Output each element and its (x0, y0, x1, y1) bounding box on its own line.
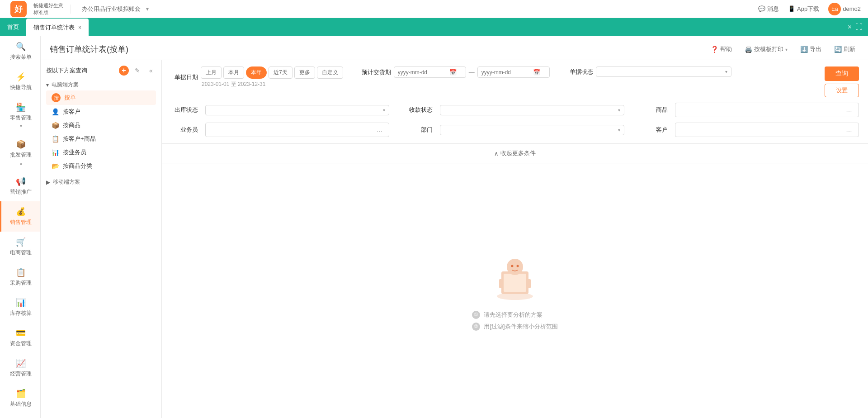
sidebar-item-wholesale[interactable]: 📦 批发管理 ▴ (0, 134, 40, 171)
goods-more-icon[interactable]: … (843, 105, 855, 114)
department-label: 部门 (406, 126, 433, 134)
filter-row-3: 业务员 … 部门 ▾ 客户 … (171, 123, 859, 137)
top-bar-left: 好 畅捷通好生意 标准版 办公用品行业模拟账套 ▾ (7, 1, 149, 17)
doc-status-select[interactable]: ▾ (596, 66, 731, 77)
tab-close-icon[interactable]: × (78, 24, 81, 31)
message-button[interactable]: 💬 消息 (758, 5, 779, 13)
sidebar-item-purchase[interactable]: 📋 采购管理 (0, 262, 40, 292)
sidebar-item-retail[interactable]: 🏪 零售管理 ▾ (0, 97, 40, 134)
sidebar-item-marketing[interactable]: 📢 营销推广 (0, 171, 40, 201)
calendar-icon-1: 📅 (449, 69, 457, 76)
mobile-scheme-section[interactable]: ▶ 移动端方案 (41, 176, 161, 188)
sidebar-item-sales[interactable]: 💰 销售管理 (0, 201, 40, 232)
sidebar-item-ecommerce[interactable]: 🛒 电商管理 (0, 232, 40, 262)
panel-header: 按以下方案查询 + ✎ « (41, 66, 161, 79)
app-download-button[interactable]: 📱 App下载 (788, 5, 819, 13)
refresh-button[interactable]: 🔄 刷新 (830, 43, 859, 55)
doc-status-label: 单据状态 (566, 68, 593, 76)
logo-text: 畅捷通好生意 标准版 (33, 2, 63, 15)
expected-delivery-label: 预计交货期 (359, 68, 391, 76)
svg-point-3 (507, 259, 523, 275)
department-select[interactable]: ▾ (440, 125, 624, 135)
app-title-dropdown[interactable]: ▾ (146, 6, 149, 12)
shipment-status-select[interactable]: ▾ (205, 105, 389, 115)
sidebar-item-system[interactable]: ⚙️ 系统管理 (0, 413, 40, 418)
custom-date-btn[interactable]: 自定义 (317, 66, 343, 79)
date-range-text: 2023-01-01 至 2023-12-31 (201, 81, 343, 88)
salesman-label: 业务员 (171, 126, 198, 134)
operations-icon: 📈 (16, 358, 26, 368)
tip-num-2: ② (472, 323, 480, 331)
help-button[interactable]: ❓ 帮助 (707, 43, 736, 55)
panel-header-icons: + ✎ « (119, 66, 156, 76)
scheme-item-by-order[interactable]: 按 按单 (46, 90, 156, 105)
tab-home[interactable]: 首页 (0, 18, 26, 36)
scheme-item-by-customer[interactable]: 👤 按客户 (46, 105, 156, 119)
empty-tip-2: ② 用[过滤]条件来缩小分析范围 (472, 323, 557, 331)
sidebar-search[interactable]: 🔍 搜索菜单 (0, 36, 40, 66)
export-button[interactable]: ⬇️ 导出 (797, 43, 825, 55)
date-separator: — (469, 69, 475, 76)
customer-control[interactable]: … (675, 123, 859, 137)
top-bar-right: 💬 消息 📱 App下载 Ea demo2 (758, 3, 861, 15)
goods-scheme-icon: 📦 (52, 122, 59, 129)
expected-delivery-end[interactable]: 📅 (477, 66, 550, 78)
retail-expand-icon: ▾ (20, 124, 22, 128)
finance-icon: 💳 (16, 328, 26, 338)
salesman-scheme-icon: 📊 (52, 149, 59, 156)
calendar-icon-2: 📅 (533, 69, 540, 76)
goods-control[interactable]: … (675, 103, 859, 117)
department-arrow: ▾ (618, 128, 620, 133)
salesman-control[interactable]: … (205, 123, 389, 137)
template-print-button[interactable]: 🖨️ 按模板打印 ▾ (741, 43, 791, 55)
tip-num-1: ① (472, 311, 480, 319)
maximize-button[interactable]: ⛶ (855, 23, 863, 31)
ecommerce-icon: 🛒 (16, 237, 26, 247)
settings-button[interactable]: 设置 (825, 84, 859, 97)
this-month-btn[interactable]: 本月 (223, 66, 244, 79)
shipment-arrow: ▾ (383, 108, 385, 113)
scheme-item-by-salesman[interactable]: 📊 按业务员 (46, 146, 156, 159)
page-header: 销售订单统计表(按单) ❓ 帮助 🖨️ 按模板打印 ▾ ⬇️ 导出 🔄 刷新 (41, 36, 868, 60)
scheme-item-by-goods-category[interactable]: 📂 按商品分类 (46, 159, 156, 173)
customer-label: 客户 (641, 126, 668, 134)
add-scheme-button[interactable]: + (119, 66, 129, 76)
collapse-bar: ∧ 收起更多条件 (162, 144, 868, 163)
tab-sales-order-stats[interactable]: 销售订单统计表 × (26, 19, 89, 37)
sidebar-quicknav[interactable]: ⚡ 快捷导航 (0, 66, 40, 97)
query-button[interactable]: 查询 (825, 66, 859, 81)
expected-delivery-start[interactable]: 📅 (394, 66, 466, 78)
content-area: 销售订单统计表(按单) ❓ 帮助 🖨️ 按模板打印 ▾ ⬇️ 导出 🔄 刷新 (41, 36, 868, 418)
svg-point-5 (517, 265, 519, 267)
empty-tips: ① 请先选择要分析的方案 ② 用[过滤]条件来缩小分析范围 (472, 311, 557, 331)
collapse-panel-button[interactable]: « (146, 66, 156, 76)
scheme-item-by-customer-goods[interactable]: 📋 按客户+商品 (46, 132, 156, 146)
this-year-btn[interactable]: 本年 (246, 66, 267, 79)
sidebar-item-basic[interactable]: 🗂️ 基础信息 (0, 383, 40, 413)
print-dropdown-icon[interactable]: ▾ (785, 47, 788, 52)
expected-delivery-start-input[interactable] (398, 69, 448, 76)
user-menu[interactable]: Ea demo2 (828, 3, 861, 15)
customer-scheme-icon: 👤 (52, 108, 59, 115)
date-filter-group: 单据日期 上月 本月 本年 近7天 更多 自定义 20 (171, 66, 343, 88)
sidebar-item-finance[interactable]: 💳 资金管理 (0, 323, 40, 353)
payment-status-select[interactable]: ▾ (440, 105, 624, 115)
wholesale-icon: 📦 (16, 139, 26, 149)
customer-more-icon[interactable]: … (843, 125, 855, 134)
last-month-btn[interactable]: 上月 (201, 66, 222, 79)
more-date-btn[interactable]: 更多 (294, 66, 315, 79)
last-7-days-btn[interactable]: 近7天 (269, 66, 292, 79)
scheme-item-by-goods[interactable]: 📦 按商品 (46, 119, 156, 132)
collapse-button[interactable]: ∧ 收起更多条件 (487, 147, 543, 159)
expected-delivery-end-input[interactable] (481, 69, 531, 76)
doc-status-arrow: ▾ (725, 69, 727, 74)
pc-scheme-section[interactable]: ▾ 电脑端方案 (41, 79, 161, 90)
salesman-more-icon[interactable]: … (373, 125, 385, 134)
minimize-button[interactable]: × (848, 23, 852, 31)
date-btn-row: 上月 本月 本年 近7天 更多 自定义 (201, 66, 343, 79)
edit-scheme-button[interactable]: ✎ (132, 66, 142, 76)
sales-icon: 💰 (16, 207, 26, 217)
sidebar-item-inventory[interactable]: 📊 库存核算 (0, 292, 40, 323)
sidebar-item-operations[interactable]: 📈 经营管理 (0, 353, 40, 383)
doc-status-group: 单据状态 ▾ (566, 66, 817, 77)
